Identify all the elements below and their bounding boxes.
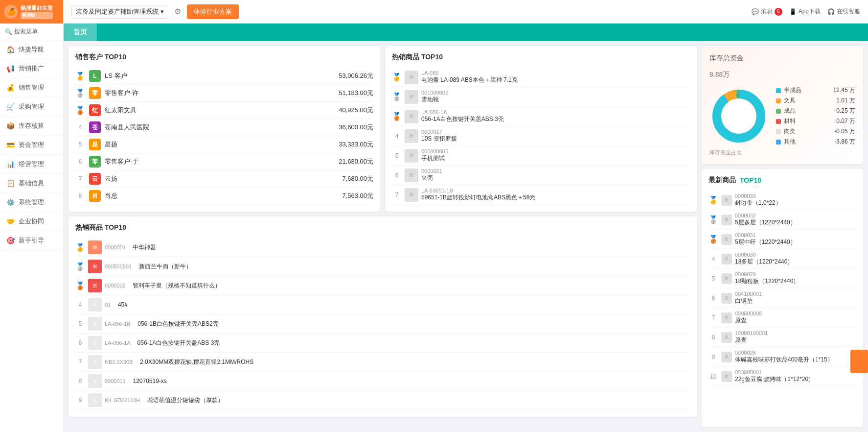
nav-label-9: 企业协同 bbox=[19, 217, 44, 226]
system-selector[interactable]: 装备及固定资产辅助管理系统 ▾ bbox=[71, 5, 168, 19]
sidebar-item-10[interactable]: 🎯新手引导 bbox=[0, 231, 63, 250]
product-info: LA-056-1A 056-1A白色按键开关盖ABS 3壳 bbox=[105, 339, 690, 347]
message-btn[interactable]: 💬 消息 6 bbox=[752, 7, 782, 16]
search-menu[interactable]: 🔍 搜索菜单 bbox=[0, 24, 63, 40]
experience-btn[interactable]: 体验行业方案 bbox=[187, 4, 239, 19]
customer-avatar: 星 bbox=[89, 139, 101, 150]
product-info: KK-SD22110H 花语萌值温分罐罐袋（厚款） bbox=[105, 396, 690, 405]
float-btn-live[interactable]: 直播 bbox=[850, 365, 868, 373]
latest-row: 🥈 图 0000032 5层多层（1220*2440） bbox=[708, 210, 856, 230]
sidebar-item-0[interactable]: 🏠快捷导航 bbox=[0, 40, 63, 59]
online-service-btn[interactable]: 🎧 在线客服 bbox=[827, 7, 860, 16]
rank-num: 6 bbox=[708, 295, 718, 302]
hot-products-list: 🥇 图 0000001 中华神器 🥈 图 000500001 新西兰牛肉（新牛）… bbox=[75, 238, 690, 410]
product-row: 7 图 NB2.0X30B 2.0X30MM双摆花轴,摆花直径2.1MM/ROH… bbox=[75, 353, 690, 372]
topbar: 装备及固定资产辅助管理系统 ▾ ⚙ 体验行业方案 💬 消息 6 📱 App下载 … bbox=[64, 0, 868, 24]
latest-name: 18多层（1220*2440） bbox=[735, 258, 856, 266]
sidebar-item-9[interactable]: 🤝企业协同 bbox=[0, 212, 63, 231]
product-name: 中华神器 bbox=[133, 244, 156, 251]
customer-top10-title-text: 销售客户 TOP10 bbox=[75, 53, 126, 62]
right-panel: 库存总资金 9.88万 bbox=[702, 46, 863, 427]
sidebar-item-3[interactable]: 🛒采购管理 bbox=[0, 97, 63, 117]
rank-num: 4 bbox=[75, 124, 85, 131]
product-info: 0000001 中华神器 bbox=[105, 243, 690, 252]
inventory-total: 9.88万 bbox=[709, 65, 855, 80]
product-img: 图 bbox=[405, 129, 418, 143]
sidebar-item-8[interactable]: ⚙️系统管理 bbox=[0, 193, 63, 212]
sidebar-item-6[interactable]: 📊经营管理 bbox=[0, 155, 63, 174]
float-buttons: 客服热线 服务社区 直播 bbox=[850, 350, 868, 373]
latest-info: 000800008 原查 bbox=[735, 311, 856, 325]
medal-icon: 🥈 bbox=[392, 92, 402, 101]
nav-icon-5: 💳 bbox=[6, 141, 15, 149]
product-code: LA-089 bbox=[421, 70, 690, 76]
product-row: 🥉 图 LA-056-1A 056-1A白色按键开关盖ABS 3壳 bbox=[392, 107, 690, 126]
customer-avatar: 零 bbox=[89, 156, 101, 168]
product-row: 🥈 图 000500001 新西兰牛肉（新牛） bbox=[75, 257, 690, 276]
product-info: 01 45# bbox=[105, 301, 690, 309]
product-name: 056-1A白色按键开关盖ABS 3壳 bbox=[421, 115, 690, 123]
nav-label-3: 采购管理 bbox=[19, 102, 44, 111]
latest-name: 18颗粒板（1220*2440） bbox=[735, 277, 856, 286]
product-row: 🥇 图 0000001 中华神器 bbox=[75, 238, 690, 257]
message-icon: 💬 bbox=[752, 8, 759, 15]
legend-dot bbox=[776, 109, 781, 114]
product-img: 图 bbox=[88, 298, 102, 312]
latest-info: 004100001 白钢垫 bbox=[735, 291, 856, 305]
latest-img: 图 bbox=[721, 371, 732, 382]
product-code: LA-056-1A bbox=[105, 340, 136, 346]
legend-value: 0.07 万 bbox=[836, 117, 855, 125]
rank-num: 5 bbox=[75, 320, 85, 327]
latest-name: 封边带（1.0*22） bbox=[735, 199, 856, 207]
latest-info: 0000033 封边带（1.0*22） bbox=[735, 193, 856, 207]
product-row: 5 图 000800005 手机测试 bbox=[392, 146, 690, 166]
latest-row: 8 图 10000100001 原查 bbox=[708, 328, 856, 347]
tab-home[interactable]: 首页 bbox=[64, 24, 97, 41]
product-row: 7 图 LA-59651-1B 59651-1B旋转投影灯电池盒ABS黑色＋58… bbox=[392, 185, 690, 205]
rank-num: 4 bbox=[392, 133, 402, 140]
medal-icon: 🥈 bbox=[75, 262, 85, 271]
latest-code: 0000031 bbox=[735, 232, 856, 238]
product-code: 0000002 bbox=[105, 283, 131, 288]
float-btn-service[interactable]: 客服热线 bbox=[850, 350, 868, 358]
nav-label-6: 经营管理 bbox=[19, 160, 44, 168]
inventory-chart-label: 库存资金占比 bbox=[709, 149, 855, 156]
rank-num: 6 bbox=[75, 339, 85, 346]
legend-item: 材料 0.07 万 bbox=[776, 117, 855, 125]
nav-label-0: 快捷导航 bbox=[19, 45, 44, 54]
legend-item: 肉类 -0.05 万 bbox=[776, 127, 855, 136]
svg-point-5 bbox=[723, 100, 754, 132]
nav-icon-6: 📊 bbox=[6, 160, 15, 168]
product-img: 图 bbox=[405, 90, 418, 104]
customer-avatar: 红 bbox=[89, 104, 101, 116]
sidebar-item-7[interactable]: 📋基础信息 bbox=[0, 174, 63, 193]
float-btn-community[interactable]: 服务社区 bbox=[850, 358, 868, 365]
product-info: LA-056-1B 056-1B白色按键开关壳ABS2壳 bbox=[105, 320, 690, 328]
rank-num: 4 bbox=[75, 301, 85, 308]
sidebar-item-1[interactable]: 📢营销推广 bbox=[0, 59, 63, 78]
settings-icon[interactable]: ⚙ bbox=[174, 7, 181, 16]
sidebar-item-4[interactable]: 📦库存核算 bbox=[0, 117, 63, 136]
nav-icon-9: 🤝 bbox=[6, 217, 15, 226]
product-name: 新西兰牛肉（新牛） bbox=[139, 263, 192, 270]
legend-value: 12.45 万 bbox=[833, 86, 855, 95]
medal-icon: 🥉 bbox=[75, 281, 85, 290]
main-area: 装备及固定资产辅助管理系统 ▾ ⚙ 体验行业方案 💬 消息 6 📱 App下载 … bbox=[64, 0, 868, 432]
app-download-btn[interactable]: 📱 App下载 bbox=[789, 7, 821, 16]
sidebar-item-2[interactable]: 💰销售管理 bbox=[0, 78, 63, 97]
product-name: 智利车子里（规格不知道填什么） bbox=[133, 282, 221, 289]
sidebar-item-5[interactable]: 💳资金管理 bbox=[0, 136, 63, 155]
product-info: 000500001 新西兰牛肉（新牛） bbox=[105, 263, 690, 271]
legend-name: 半成品 bbox=[784, 86, 801, 95]
product-info: 001000002 雪地靴 bbox=[421, 90, 690, 104]
medal-icon: 🥉 bbox=[392, 112, 402, 121]
medal-icon: 🥇 bbox=[392, 72, 402, 82]
product-name: 雪地靴 bbox=[421, 96, 690, 104]
product-name: 花语萌值温分罐罐袋（厚款） bbox=[147, 397, 224, 404]
customer-top10-card: 销售客户 TOP10 🥇 L LS 客户 53,006.26元 🥈 零 零售客户… bbox=[69, 46, 380, 212]
customer-name: 红太阳文具 bbox=[105, 106, 335, 115]
inventory-label: 库存总资金 bbox=[709, 54, 855, 63]
product-code: LA-59651-1B bbox=[421, 188, 690, 193]
product-row: 🥉 图 0000002 智利车子里（规格不知道填什么） bbox=[75, 276, 690, 295]
left-panel: 销售客户 TOP10 🥇 L LS 客户 53,006.26元 🥈 零 零售客户… bbox=[69, 46, 697, 427]
